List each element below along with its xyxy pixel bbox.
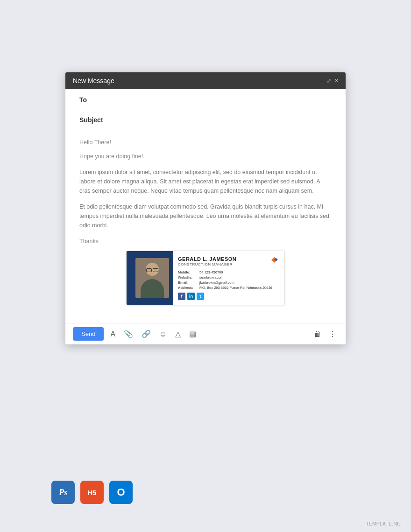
message-body1: Lorem ipsum dolor sit amet, consectetur … — [79, 168, 332, 196]
maximize-button[interactable]: ⤢ — [326, 78, 331, 84]
compose-toolbar: Send A 📎 🔗 ☺ △ ▦ 🗑 ⋮ — [65, 323, 346, 344]
sig-website-label: Website: — [178, 275, 198, 280]
sig-blue-bar — [127, 251, 131, 305]
sig-email-row: Email: jbarbrown@gmail.com — [178, 280, 280, 285]
html5-label: H5 — [87, 489, 96, 497]
link-icon[interactable]: 🔗 — [140, 329, 153, 339]
message-hope: Hope you are doing fine! — [79, 152, 332, 161]
sig-email-label: Email: — [178, 280, 198, 285]
window-title: New Message — [73, 77, 114, 84]
sig-email-value: jbarbrown@gmail.com — [199, 280, 234, 285]
sig-website-row: Website: searbrown.com — [178, 275, 280, 280]
sig-content-inner: GERALD L. JAMESON CONSTRUCTION MANAGER M… — [178, 256, 280, 300]
sig-mobile-row: Mobile: 54 123-456789 — [178, 270, 280, 274]
message-thanks: Thanks — [79, 237, 332, 246]
email-compose-window: New Message – ⤢ × To Subject Hello There… — [65, 72, 346, 344]
email-body: To Subject Hello There! Hope you are doi… — [65, 89, 346, 323]
emoji-icon[interactable]: ☺ — [157, 329, 169, 339]
diamond-logo-icon — [271, 256, 280, 264]
sig-title: CONSTRUCTION MANAGER — [178, 262, 236, 266]
bottom-app-icons: Ps H5 O — [51, 481, 133, 504]
signature-card: GERALD L. JAMESON CONSTRUCTION MANAGER M… — [126, 251, 285, 305]
sig-mobile-value: 54 123-456789 — [199, 270, 223, 274]
ps-label: Ps — [59, 488, 67, 497]
twitter-icon[interactable]: t — [197, 293, 204, 300]
minimize-button[interactable]: – — [319, 78, 323, 84]
sig-photo-body — [141, 279, 164, 298]
sig-address-row: Address: P.O. Box 293 8562 Fusce Rd. Neb… — [178, 286, 280, 290]
photo-icon[interactable]: ▦ — [187, 329, 198, 339]
photoshop-icon: Ps — [51, 481, 75, 504]
message-body[interactable]: Hello There! Hope you are doing fine! Lo… — [79, 129, 332, 323]
toolbar-right: 🗑 ⋮ — [312, 329, 338, 339]
message-greeting: Hello There! — [79, 138, 332, 147]
sig-content: GERALD L. JAMESON CONSTRUCTION MANAGER M… — [173, 251, 284, 305]
sig-glasses-icon — [146, 268, 158, 271]
message-body2: Et odio pellentesque diam volutpat commo… — [79, 202, 332, 230]
to-label: To — [79, 96, 87, 104]
subject-label: Subject — [79, 116, 103, 124]
sig-name: GERALD L. JAMESON — [178, 256, 236, 262]
send-button[interactable]: Send — [73, 327, 104, 341]
to-field-row: To — [79, 89, 332, 109]
title-bar: New Message – ⤢ × — [65, 72, 346, 89]
sig-address-value: P.O. Box 293 8562 Fusce Rd. Nebraska 206… — [199, 286, 272, 290]
sig-mobile-label: Mobile: — [178, 270, 198, 274]
sig-photo-area — [131, 251, 173, 305]
more-options-icon[interactable]: ⋮ — [327, 329, 338, 339]
attach-icon[interactable]: 📎 — [122, 329, 135, 339]
font-icon[interactable]: A — [108, 329, 117, 339]
close-button[interactable]: × — [335, 78, 338, 84]
watermark: TEMPLATE.NET — [366, 521, 404, 526]
sig-address-label: Address: — [178, 286, 198, 290]
linkedin-icon[interactable]: in — [187, 293, 195, 300]
sig-website-value: searbrown.com — [199, 275, 223, 280]
facebook-icon[interactable]: f — [178, 293, 185, 300]
delete-icon[interactable]: 🗑 — [312, 329, 323, 339]
drive-icon[interactable]: △ — [173, 329, 183, 339]
html5-icon: H5 — [80, 481, 104, 504]
subject-field-row: Subject — [79, 109, 332, 129]
outlook-icon: O — [109, 481, 133, 504]
outlook-label: O — [117, 486, 125, 498]
sig-photo — [135, 258, 169, 298]
sig-social-links: f in t — [178, 293, 280, 300]
window-controls: – ⤢ × — [319, 78, 338, 84]
